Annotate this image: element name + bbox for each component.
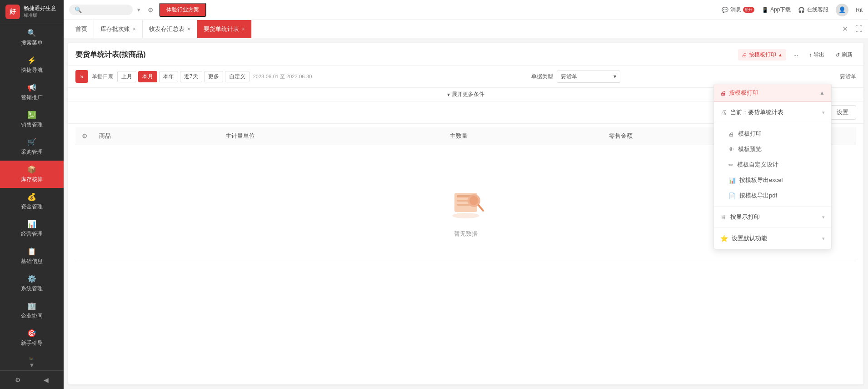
app-download-btn[interactable]: 📱 App下载 bbox=[762, 6, 791, 14]
sidebar-item-marketing-label: 营销推广 bbox=[21, 94, 43, 101]
maximize-window-btn[interactable]: ⛶ bbox=[853, 23, 864, 35]
set-default-arrow: ▾ bbox=[822, 236, 825, 242]
operations-icon: 📊 bbox=[27, 220, 36, 228]
tab-order-summary-label: 要货单统计表 bbox=[204, 25, 239, 33]
template-design-icon: ✏ bbox=[728, 162, 733, 168]
sidebar-item-guide[interactable]: 🎯 新手引导 bbox=[0, 324, 64, 352]
messages-badge: 99+ bbox=[743, 7, 754, 13]
template-design-item[interactable]: ✏ 模板自定义设计 bbox=[714, 157, 831, 172]
refresh-btn[interactable]: ↺ 刷新 bbox=[832, 49, 856, 61]
sidebar-item-basicinfo[interactable]: 📋 基础信息 bbox=[0, 242, 64, 270]
settings-btn[interactable]: 设置 bbox=[829, 105, 856, 120]
inventory-icon: 📦 bbox=[27, 165, 36, 174]
service-icon: 🎧 bbox=[798, 7, 805, 13]
date-btn-this-year[interactable]: 本年 bbox=[159, 71, 178, 82]
template-preview-icon: 👁 bbox=[728, 146, 734, 153]
export-btn[interactable]: ↑ 导出 bbox=[805, 49, 828, 61]
type-filter-label: 单据类型 bbox=[531, 73, 553, 81]
tab-home[interactable]: 首页 bbox=[69, 20, 94, 38]
print-dropdown-chevron[interactable]: ▲ bbox=[819, 90, 825, 96]
quick-nav-icon: ⚡ bbox=[27, 56, 36, 65]
page-header: 要货单统计表(按商品) 🖨 按模板打印 ▲ ··· ↑ 导出 bbox=[68, 43, 863, 66]
logo-sub: 标准版 bbox=[24, 12, 56, 19]
tab-inventory-batch-close[interactable]: × bbox=[133, 26, 136, 32]
sidebar-item-inventory[interactable]: 📦 库存核算 bbox=[0, 161, 64, 188]
sidebar-item-guide-label: 新手引导 bbox=[21, 339, 43, 347]
table-gear-icon[interactable]: ⚙ bbox=[82, 132, 88, 140]
sidebar-item-quicknav[interactable]: ⚡ 快捷导航 bbox=[0, 51, 64, 79]
display-print-icon: 🖥 bbox=[720, 213, 727, 221]
date-filter-label: 单据日期 bbox=[92, 73, 114, 81]
sidebar-item-operations[interactable]: 📊 经营管理 bbox=[0, 215, 64, 242]
sidebar-item-sales-label: 销售管理 bbox=[21, 121, 43, 129]
message-icon: 💬 bbox=[722, 7, 728, 13]
trial-btn[interactable]: 体验行业方案 bbox=[159, 3, 206, 17]
topbar-gear-icon[interactable]: ⚙ bbox=[148, 6, 154, 14]
current-template-item[interactable]: 🖨 当前：要货单统计表 ▾ bbox=[714, 105, 831, 120]
online-service-label: 在线客服 bbox=[807, 6, 828, 14]
more-options-btn[interactable]: ··· bbox=[790, 50, 802, 60]
col-gear[interactable]: ⚙ bbox=[75, 127, 94, 145]
template-print-icon: 🖨 bbox=[728, 131, 734, 137]
type-filter-select[interactable]: 要货单 ▾ bbox=[557, 71, 620, 83]
user-avatar[interactable]: 👤 bbox=[836, 4, 848, 16]
template-print-item[interactable]: 🖨 模板打印 bbox=[714, 126, 831, 141]
export-pdf-label: 按模板导出pdf bbox=[739, 192, 777, 200]
tab-order-summary-close[interactable]: × bbox=[242, 26, 245, 32]
sidebar-item-enterprise[interactable]: 🏢 企业协同 bbox=[0, 297, 64, 324]
topbar-right: 💬 消息 99+ 📱 App下载 🎧 在线客服 👤 Rit bbox=[722, 4, 863, 16]
date-btn-last-month[interactable]: 上月 bbox=[117, 71, 136, 82]
template-preview-item[interactable]: 👁 模板预览 bbox=[714, 141, 831, 157]
settings-footer-btn[interactable]: ⚙ bbox=[13, 374, 23, 385]
filter-expand-btn[interactable]: » bbox=[75, 70, 88, 83]
sidebar-logo: 好 畅捷通好生意 标准版 bbox=[0, 0, 64, 24]
collapse-footer-btn[interactable]: ◀ bbox=[42, 374, 50, 385]
template-design-label: 模板自定义设计 bbox=[737, 161, 778, 169]
search-nav-icon: 🔍 bbox=[27, 29, 36, 37]
current-template-label: 当前：要货单统计表 bbox=[730, 108, 783, 116]
svg-point-0 bbox=[452, 213, 479, 218]
display-print-item[interactable]: 🖥 按显示打印 ▾ bbox=[714, 209, 831, 225]
tabs-bar: 首页 库存批次账 × 收发存汇总表 × 要货单统计表 × ✕ ⛶ bbox=[64, 20, 868, 38]
refresh-icon: ↺ bbox=[835, 52, 840, 58]
sidebar-item-sales[interactable]: 💹 销售管理 bbox=[0, 106, 64, 133]
online-service-btn[interactable]: 🎧 在线客服 bbox=[798, 6, 828, 14]
sidebar-item-purchase[interactable]: 🛒 采购管理 bbox=[0, 133, 64, 161]
sidebar-scroll-down[interactable]: ▼ bbox=[0, 360, 64, 370]
col-goods: 商品 bbox=[94, 127, 220, 145]
sales-icon: 💹 bbox=[27, 111, 36, 119]
export-pdf-item[interactable]: 📄 按模板导出pdf bbox=[714, 188, 831, 203]
sidebar-item-operations-label: 经营管理 bbox=[21, 230, 43, 238]
date-range-display: 2023-06-01 至 2023-06-30 bbox=[253, 73, 312, 80]
set-default-section: ⭐ 设置默认功能 ▾ bbox=[714, 228, 831, 249]
sidebar-item-appcenter[interactable]: 📱 应用中心 bbox=[0, 352, 64, 360]
date-btn-7days[interactable]: 近7天 bbox=[180, 71, 202, 82]
topbar-dropdown-btn[interactable]: ▾ bbox=[137, 6, 140, 13]
sidebar-item-finance-label: 资金管理 bbox=[21, 203, 43, 211]
content-area: 要货单统计表(按商品) 🖨 按模板打印 ▲ ··· ↑ 导出 bbox=[64, 38, 868, 389]
messages-btn[interactable]: 💬 消息 99+ bbox=[722, 6, 754, 14]
sidebar-item-finance[interactable]: 💰 资金管理 bbox=[0, 188, 64, 215]
goods-filter-label: 要货单 bbox=[840, 73, 856, 81]
sidebar-item-system[interactable]: ⚙️ 系统管理 bbox=[0, 270, 64, 297]
date-btn-more[interactable]: 更多 bbox=[204, 71, 223, 82]
tab-inventory-batch[interactable]: 库存批次账 × bbox=[94, 20, 143, 38]
tab-home-label: 首页 bbox=[75, 25, 87, 33]
print-dropdown-title-label: 按模板打印 bbox=[729, 89, 758, 97]
close-window-btn[interactable]: ✕ bbox=[840, 23, 850, 35]
tab-collection-summary[interactable]: 收发存汇总表 × bbox=[143, 20, 197, 38]
set-default-item[interactable]: ⭐ 设置默认功能 ▾ bbox=[714, 231, 831, 246]
display-print-left: 🖥 按显示打印 bbox=[720, 213, 760, 221]
sidebar-item-search[interactable]: 🔍 搜索菜单 bbox=[0, 24, 64, 51]
tab-order-summary[interactable]: 要货单统计表 × bbox=[197, 20, 252, 38]
topbar-search-box[interactable]: 🔍 bbox=[69, 5, 133, 15]
sidebar-item-marketing[interactable]: 📢 营销推广 bbox=[0, 79, 64, 106]
finance-icon: 💰 bbox=[27, 192, 36, 201]
tab-collection-summary-close[interactable]: × bbox=[187, 26, 190, 32]
type-filter-placeholder: 要货单 bbox=[561, 73, 577, 81]
print-btn[interactable]: 🖨 按模板打印 ▲ bbox=[738, 49, 786, 61]
export-excel-item[interactable]: 📊 按模板导出excel bbox=[714, 172, 831, 188]
main-area: 🔍 ▾ ⚙ 体验行业方案 💬 消息 99+ 📱 App下载 🎧 在线客服 👤 R… bbox=[64, 0, 868, 389]
date-btn-custom[interactable]: 自定义 bbox=[225, 71, 249, 82]
date-btn-this-month[interactable]: 本月 bbox=[138, 71, 157, 82]
